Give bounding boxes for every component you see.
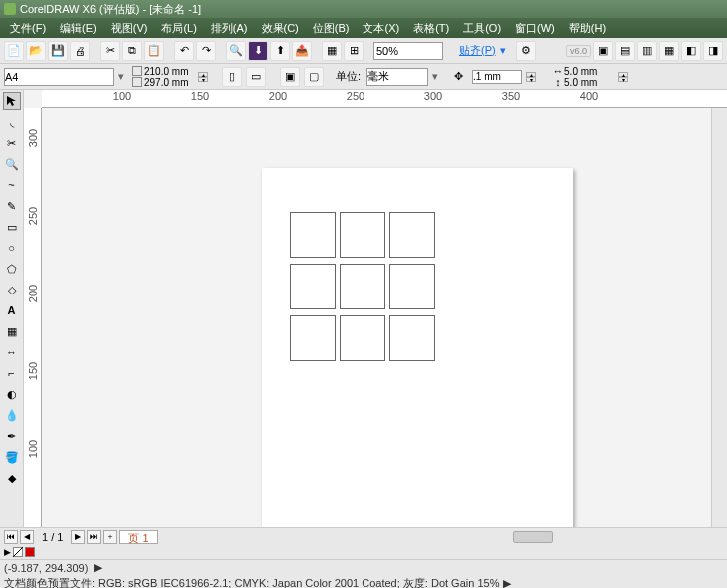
dock2-button[interactable]: ▤	[615, 41, 635, 61]
nudge-spinner[interactable]: ▴▾	[526, 72, 536, 82]
dup-y-input[interactable]	[564, 77, 614, 88]
horizontal-ruler[interactable]: 100 150 200 250 300 350 400	[42, 90, 727, 108]
print-button[interactable]: 🖨	[70, 41, 90, 61]
title-text: CorelDRAW X6 (评估版) - [未命名 -1]	[20, 2, 201, 17]
options-button[interactable]: ⚙	[516, 41, 536, 61]
snap-link[interactable]: 贴齐(P)	[459, 43, 496, 58]
dock5-button[interactable]: ◧	[681, 41, 701, 61]
text-tool[interactable]: A	[3, 301, 21, 319]
open-button[interactable]: 📂	[26, 41, 46, 61]
nudge-input[interactable]	[472, 70, 522, 84]
units-combo[interactable]	[366, 68, 428, 86]
freehand-tool[interactable]: ~	[3, 176, 21, 194]
portrait-button[interactable]: ▯	[222, 67, 242, 87]
save-button[interactable]: 💾	[48, 41, 68, 61]
page-height-input[interactable]	[144, 77, 194, 88]
dup-x-input[interactable]	[564, 66, 614, 77]
all-pages-button[interactable]: ▣	[280, 67, 300, 87]
color-swatch-red[interactable]	[25, 547, 35, 557]
paper-dropdown-icon[interactable]: ▾	[118, 70, 124, 83]
dim-spinner[interactable]: ▴▾	[198, 72, 208, 82]
menu-layout[interactable]: 布局(L)	[155, 19, 202, 38]
shape-tool[interactable]: ◟	[3, 113, 21, 131]
paste-button[interactable]: 📋	[144, 41, 164, 61]
dup-spinner[interactable]: ▴▾	[618, 72, 628, 82]
welcome-button[interactable]: ⊞	[344, 41, 364, 61]
snap-dropdown-icon[interactable]: ▾	[500, 44, 506, 57]
nudge-icon: ✥	[452, 71, 464, 83]
menu-bitmap[interactable]: 位图(B)	[307, 19, 356, 38]
pick-tool[interactable]	[3, 92, 21, 110]
redo-button[interactable]: ↷	[196, 41, 216, 61]
interactive-tool[interactable]: ◐	[3, 385, 21, 403]
publish-button[interactable]: 📤	[292, 41, 312, 61]
square[interactable]	[389, 212, 435, 258]
units-dropdown-icon[interactable]: ▾	[432, 70, 438, 83]
palette-arrow-icon[interactable]: ▶	[4, 547, 11, 557]
vertical-scrollbar[interactable]	[711, 108, 727, 527]
square[interactable]	[389, 264, 435, 309]
horizontal-scrollbar[interactable]	[164, 530, 719, 544]
copy-button[interactable]: ⧉	[122, 41, 142, 61]
menu-table[interactable]: 表格(T)	[407, 19, 455, 38]
zoom-combo[interactable]	[373, 42, 443, 60]
first-page-button[interactable]: ⏮	[4, 530, 18, 544]
smart-drawing-tool[interactable]: ✎	[3, 197, 21, 215]
menu-view[interactable]: 视图(V)	[105, 19, 154, 38]
ruler-v-tick: 250	[27, 207, 39, 225]
new-button[interactable]: 📄	[4, 41, 24, 61]
current-page-button[interactable]: ▢	[304, 67, 324, 87]
page-tab[interactable]: 页 1	[119, 530, 157, 544]
menu-arrange[interactable]: 排列(A)	[205, 19, 254, 38]
square[interactable]	[290, 315, 336, 361]
zoom-tool[interactable]: 🔍	[3, 155, 21, 173]
dock4-button[interactable]: ▦	[659, 41, 679, 61]
page-width-input[interactable]	[144, 66, 194, 77]
square[interactable]	[290, 212, 336, 258]
landscape-button[interactable]: ▭	[246, 67, 266, 87]
ellipse-tool[interactable]: ○	[3, 239, 21, 257]
ruler-v-tick: 200	[27, 285, 39, 302]
eyedropper-tool[interactable]: 💧	[3, 406, 21, 424]
menu-text[interactable]: 文本(X)	[357, 19, 405, 38]
square[interactable]	[340, 264, 385, 309]
undo-button[interactable]: ↶	[174, 41, 194, 61]
menu-effects[interactable]: 效果(C)	[256, 19, 305, 38]
paper-size-combo[interactable]	[4, 68, 114, 86]
square[interactable]	[389, 315, 435, 361]
menu-tools[interactable]: 工具(O)	[457, 19, 507, 38]
square[interactable]	[340, 212, 385, 258]
connector-tool[interactable]: ⌐	[3, 364, 21, 382]
dock6-button[interactable]: ◨	[703, 41, 723, 61]
square[interactable]	[340, 315, 385, 361]
vertical-ruler[interactable]: 300 250 200 150 100	[24, 108, 42, 527]
next-page-button[interactable]: ▶	[71, 530, 85, 544]
export-button[interactable]: ⬆	[270, 41, 290, 61]
hscroll-thumb[interactable]	[513, 531, 553, 543]
import-button[interactable]: ⬇	[248, 41, 268, 61]
app-launcher-button[interactable]: ▦	[322, 41, 342, 61]
outline-tool[interactable]: ✒	[3, 427, 21, 445]
canvas[interactable]	[42, 108, 711, 527]
no-fill-swatch[interactable]	[13, 547, 23, 557]
polygon-tool[interactable]: ⬠	[3, 260, 21, 278]
menu-window[interactable]: 窗口(W)	[509, 19, 561, 38]
dock3-button[interactable]: ▥	[637, 41, 657, 61]
menu-edit[interactable]: 编辑(E)	[54, 19, 103, 38]
rectangle-tool[interactable]: ▭	[3, 218, 21, 236]
last-page-button[interactable]: ⏭	[87, 530, 101, 544]
search-button[interactable]: 🔍	[226, 41, 246, 61]
dock1-button[interactable]: ▣	[593, 41, 613, 61]
cut-button[interactable]: ✂	[100, 41, 120, 61]
crop-tool[interactable]: ✂	[3, 134, 21, 152]
add-page-button[interactable]: ＋	[103, 530, 117, 544]
dimension-tool[interactable]: ↔	[3, 343, 21, 361]
fill-tool[interactable]: 🪣	[3, 448, 21, 466]
menu-help[interactable]: 帮助(H)	[563, 19, 612, 38]
basic-shapes-tool[interactable]: ◇	[3, 281, 21, 298]
prev-page-button[interactable]: ◀	[20, 530, 34, 544]
table-tool[interactable]: ▦	[3, 322, 21, 340]
interactive-fill-tool[interactable]: ◆	[3, 469, 21, 487]
square[interactable]	[290, 264, 336, 309]
menu-file[interactable]: 文件(F)	[4, 19, 52, 38]
